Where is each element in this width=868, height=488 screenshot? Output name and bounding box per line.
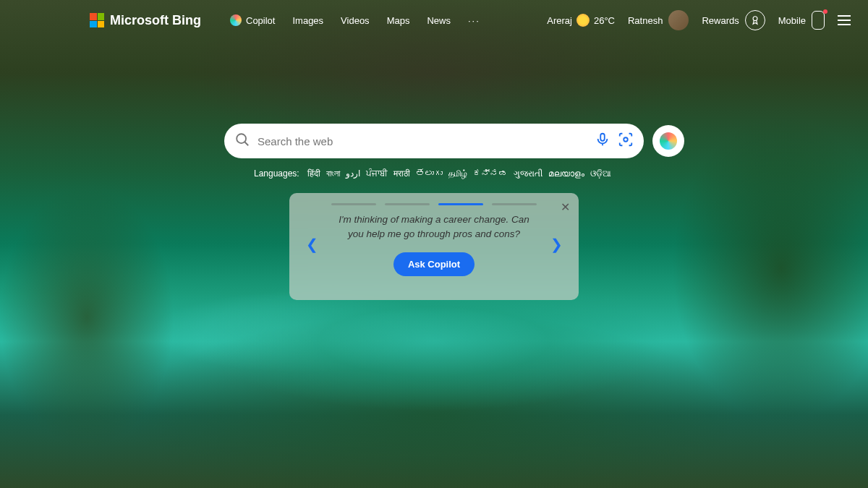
weather-widget[interactable]: Areraj 26°C (547, 14, 615, 27)
nav-copilot[interactable]: Copilot (230, 14, 275, 26)
brand-logo-group[interactable]: Microsoft Bing (17, 13, 201, 28)
brand-name: Microsoft Bing (110, 13, 201, 28)
language-bar: Languages: हिंदीবাংলাاردوਪੰਜਾਬੀमराठीతెలు… (203, 168, 665, 179)
rewards-icon (745, 10, 765, 30)
progress-segment[interactable] (385, 203, 430, 205)
language-option[interactable]: বাংলা (326, 168, 340, 179)
progress-segment[interactable] (331, 203, 376, 205)
sun-icon (576, 14, 590, 27)
language-option[interactable]: മലയാളം (548, 168, 584, 179)
lens-icon[interactable] (618, 132, 634, 150)
weather-location: Areraj (547, 15, 572, 26)
nav-images[interactable]: Images (292, 15, 323, 26)
chevron-right-icon[interactable]: ❯ (547, 236, 566, 253)
card-progress-indicator (302, 203, 566, 205)
search-input[interactable] (258, 135, 587, 147)
microphone-icon[interactable] (595, 132, 610, 150)
svg-point-4 (624, 137, 628, 142)
chevron-left-icon[interactable]: ❮ (302, 236, 321, 253)
ask-copilot-button[interactable]: Ask Copilot (393, 252, 475, 276)
user-account[interactable]: Ratnesh (628, 10, 689, 30)
mobile-label: Mobile (778, 15, 806, 26)
nav-videos[interactable]: Videos (341, 15, 370, 26)
avatar-icon (668, 10, 689, 30)
svg-line-2 (244, 142, 248, 145)
svg-point-0 (753, 17, 757, 21)
copilot-icon (660, 132, 677, 150)
nav-maps[interactable]: Maps (387, 15, 410, 26)
language-option[interactable]: తెలుగు (416, 168, 443, 179)
language-option[interactable]: ਪੰਜਾਬੀ (366, 168, 388, 179)
copilot-icon (230, 14, 242, 26)
language-option[interactable]: हिंदी (307, 168, 320, 179)
mobile-icon (812, 11, 825, 30)
search-container (224, 124, 644, 158)
rewards-link[interactable]: Rewards (702, 10, 765, 30)
svg-rect-3 (600, 134, 605, 141)
rewards-label: Rewards (702, 15, 739, 26)
copilot-launch-button[interactable] (652, 125, 684, 157)
language-option[interactable]: اردو (346, 168, 360, 179)
microsoft-logo-icon (90, 13, 104, 27)
search-icon (234, 132, 250, 150)
mobile-link[interactable]: Mobile (778, 11, 825, 30)
language-option[interactable]: ಕನ್ನಡ (473, 168, 508, 179)
suggestion-text: I'm thinking of making a career change. … (327, 213, 541, 242)
language-option[interactable]: ଓଡ଼ିଆ (590, 168, 611, 179)
language-option[interactable]: मराठी (393, 168, 410, 179)
user-name: Ratnesh (628, 15, 663, 26)
language-option[interactable]: தமிழ் (448, 168, 467, 179)
language-option[interactable]: ગુજરાતી (514, 168, 542, 179)
svg-point-1 (237, 134, 246, 143)
nav-more[interactable]: ··· (468, 15, 480, 26)
suggestion-card: ✕ ❮ I'm thinking of making a career chan… (289, 193, 579, 300)
progress-segment[interactable] (438, 203, 483, 205)
header-bar: Microsoft Bing Copilot Images Videos Map… (0, 0, 868, 40)
nav-label: Copilot (246, 15, 275, 26)
close-icon[interactable]: ✕ (561, 200, 570, 214)
search-bar (224, 124, 644, 158)
nav-news[interactable]: News (427, 15, 451, 26)
progress-segment[interactable] (492, 203, 537, 205)
nav-links: Copilot Images Videos Maps News ··· (230, 14, 480, 26)
languages-label: Languages: (254, 168, 299, 179)
hamburger-menu-icon[interactable] (838, 15, 851, 25)
header-right: Areraj 26°C Ratnesh Rewards Mobile (547, 10, 851, 30)
weather-temp: 26°C (594, 15, 615, 26)
